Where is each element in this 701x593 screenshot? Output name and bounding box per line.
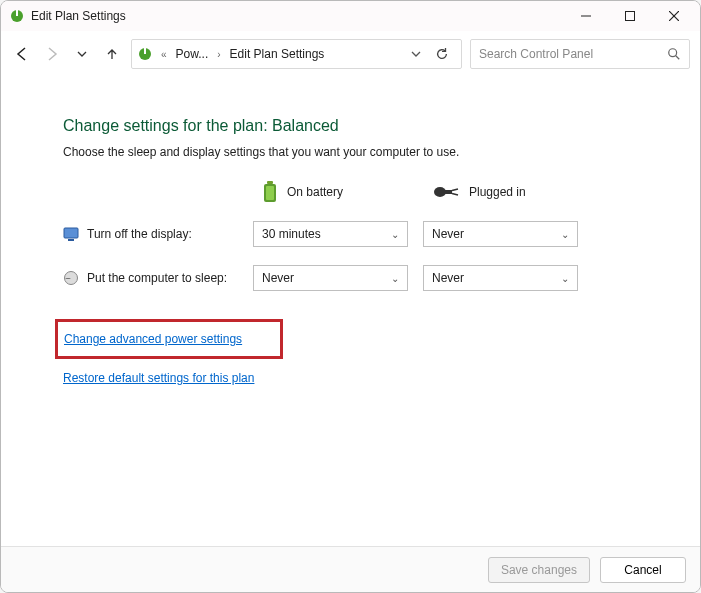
svg-point-8	[669, 49, 677, 57]
forward-button[interactable]	[41, 40, 63, 68]
recent-dropdown-button[interactable]	[71, 40, 93, 68]
page-description: Choose the sleep and display settings th…	[63, 145, 700, 159]
svg-rect-3	[626, 12, 635, 21]
close-button[interactable]	[652, 1, 696, 31]
breadcrumb-seg-edit[interactable]: Edit Plan Settings	[228, 47, 327, 61]
svg-rect-18	[68, 239, 74, 241]
chevron-down-icon: ⌄	[561, 229, 569, 240]
content-area: Change settings for the plan: Balanced C…	[1, 77, 700, 546]
cancel-button[interactable]: Cancel	[600, 557, 686, 583]
toolbar: « Pow... › Edit Plan Settings Search Con…	[1, 31, 700, 77]
advanced-settings-link[interactable]: Change advanced power settings	[64, 332, 242, 346]
page-title: Change settings for the plan: Balanced	[63, 117, 700, 135]
window-title: Edit Plan Settings	[31, 9, 126, 23]
refresh-button[interactable]	[431, 47, 457, 61]
settings-grid: On battery Plugged in Turn off the displ…	[63, 181, 700, 291]
highlight-annotation: Change advanced power settings	[55, 319, 283, 359]
display-battery-select[interactable]: 30 minutes ⌄	[253, 221, 408, 247]
breadcrumb-seg-power[interactable]: Pow...	[174, 47, 211, 61]
links-block: Change advanced power settings Restore d…	[63, 319, 700, 385]
minimize-button[interactable]	[564, 1, 608, 31]
svg-rect-10	[267, 181, 273, 184]
plug-icon	[433, 184, 459, 200]
window-frame: Edit Plan Settings « Pow...	[0, 0, 701, 593]
chevron-down-icon: ⌄	[561, 273, 569, 284]
breadcrumb-root-chevron-icon[interactable]: «	[158, 49, 170, 60]
svg-line-15	[452, 189, 458, 191]
chevron-down-icon: ⌄	[391, 229, 399, 240]
address-dropdown-button[interactable]	[405, 49, 427, 59]
save-button[interactable]: Save changes	[488, 557, 590, 583]
row-display-label: Turn off the display:	[63, 226, 243, 242]
chevron-right-icon[interactable]: ›	[214, 49, 223, 60]
restore-defaults-link[interactable]: Restore default settings for this plan	[63, 371, 254, 385]
app-icon	[9, 8, 25, 24]
display-icon	[63, 226, 79, 242]
display-plugged-value: Never	[432, 227, 464, 241]
titlebar: Edit Plan Settings	[1, 1, 700, 31]
search-input[interactable]: Search Control Panel	[470, 39, 690, 69]
back-button[interactable]	[11, 40, 33, 68]
address-icon	[136, 46, 154, 62]
chevron-down-icon: ⌄	[391, 273, 399, 284]
column-header-plugged: Plugged in	[423, 184, 583, 200]
column-header-plugged-label: Plugged in	[469, 185, 526, 199]
search-placeholder: Search Control Panel	[479, 47, 667, 61]
search-icon	[667, 47, 681, 61]
svg-rect-1	[16, 10, 18, 16]
svg-rect-17	[64, 228, 78, 238]
sleep-plugged-select[interactable]: Never ⌄	[423, 265, 578, 291]
svg-rect-14	[444, 190, 452, 194]
column-header-battery: On battery	[253, 181, 413, 203]
battery-icon	[263, 181, 277, 203]
svg-rect-12	[266, 186, 274, 200]
svg-line-16	[452, 194, 458, 196]
address-bar[interactable]: « Pow... › Edit Plan Settings	[131, 39, 462, 69]
sleep-icon	[63, 270, 79, 286]
sleep-plugged-value: Never	[432, 271, 464, 285]
svg-rect-7	[144, 48, 146, 54]
row-sleep-text: Put the computer to sleep:	[87, 271, 227, 285]
display-battery-value: 30 minutes	[262, 227, 321, 241]
row-sleep-label: Put the computer to sleep:	[63, 270, 243, 286]
sleep-battery-select[interactable]: Never ⌄	[253, 265, 408, 291]
row-display-text: Turn off the display:	[87, 227, 192, 241]
column-header-battery-label: On battery	[287, 185, 343, 199]
sleep-battery-value: Never	[262, 271, 294, 285]
footer: Save changes Cancel	[1, 546, 700, 592]
display-plugged-select[interactable]: Never ⌄	[423, 221, 578, 247]
maximize-button[interactable]	[608, 1, 652, 31]
up-button[interactable]	[101, 40, 123, 68]
svg-line-9	[676, 56, 680, 60]
